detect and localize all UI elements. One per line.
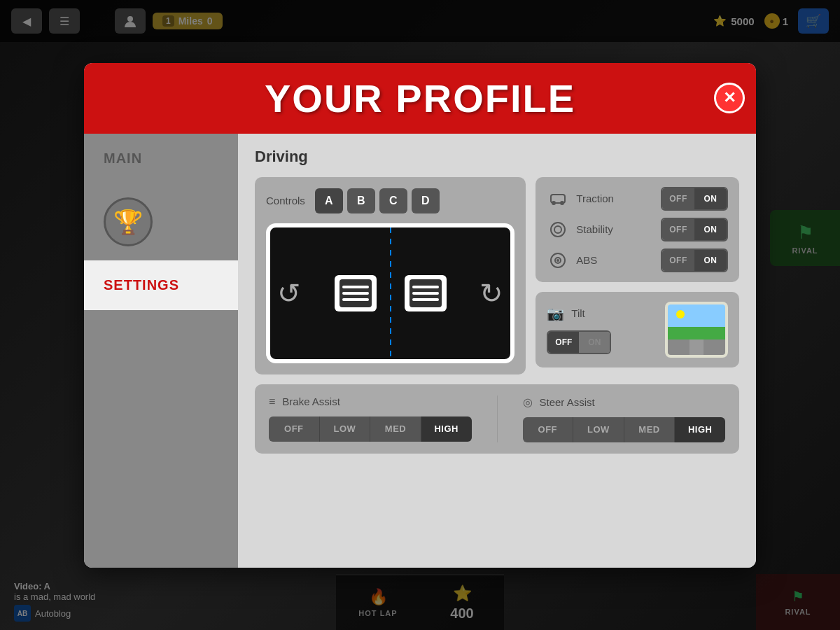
sidebar-trophy-area: 🏆: [84, 183, 238, 260]
modal-main-content: Driving Controls A B C D: [238, 134, 756, 568]
right-panel: Traction OFF ON: [536, 177, 739, 374]
steer-med-btn[interactable]: MED: [624, 417, 676, 442]
brake-med-btn[interactable]: MED: [370, 416, 421, 442]
section-title: Driving: [255, 148, 739, 166]
tablet-screen: [668, 304, 725, 355]
modal-header: YOUR PROFILE ✕: [84, 63, 756, 134]
steer-assist-label: Steer Assist: [540, 396, 595, 408]
tablet-sun: [676, 310, 685, 318]
bottom-assist-panel: ≡ Brake Assist OFF LOW MED HIGH: [255, 384, 739, 454]
assist-panel: Traction OFF ON: [536, 177, 739, 282]
profile-modal: YOUR PROFILE ✕ MAIN 🏆 SETTINGS Driving: [84, 63, 756, 568]
stability-row: Stability OFF ON: [547, 218, 728, 241]
control-btn-a[interactable]: A: [315, 188, 343, 214]
brake-assist-header: ≡ Brake Assist: [269, 396, 472, 408]
tilt-panel: 📷 Tilt OFF ON: [536, 292, 739, 368]
controls-header: Controls A B C D: [266, 188, 514, 214]
bottom-assists: ≡ Brake Assist OFF LOW MED HIGH: [269, 396, 725, 442]
traction-toggle: OFF ON: [661, 187, 728, 211]
tilt-on-btn[interactable]: ON: [579, 332, 610, 353]
abs-row: ABS OFF ON: [547, 248, 728, 272]
brake-assist-icon: ≡: [269, 396, 275, 408]
tablet-illustration: [665, 302, 728, 358]
svg-point-8: [557, 260, 559, 261]
traction-label: Traction: [576, 192, 654, 204]
brake-high-btn[interactable]: HIGH: [421, 416, 472, 442]
brake-low-btn[interactable]: LOW: [320, 416, 371, 442]
traction-off-btn[interactable]: OFF: [662, 188, 694, 209]
abs-off-btn[interactable]: OFF: [662, 250, 694, 271]
stability-icon: [547, 218, 569, 241]
modal-overlay: YOUR PROFILE ✕ MAIN 🏆 SETTINGS Driving: [0, 0, 840, 630]
svg-point-4: [551, 223, 565, 237]
modal-title: YOUR PROFILE: [265, 76, 575, 121]
stability-toggle: OFF ON: [661, 218, 728, 241]
stability-label: Stability: [576, 223, 654, 235]
tilt-header: 📷 Tilt: [547, 305, 657, 322]
tilt-off-btn[interactable]: OFF: [548, 332, 579, 353]
traction-icon: [547, 188, 569, 210]
brake-assist-label: Brake Assist: [282, 396, 340, 407]
vertical-divider: [497, 396, 498, 442]
steer-assist-section: ◎ Steer Assist OFF LOW MED HIGH: [523, 396, 726, 442]
abs-icon: [547, 249, 569, 272]
tablet-road: [690, 340, 704, 355]
sidebar-item-main[interactable]: MAIN: [84, 134, 238, 183]
brake-off-btn[interactable]: OFF: [269, 416, 320, 442]
controls-panel: Controls A B C D ↺: [255, 177, 526, 374]
driving-illustration: ↺: [266, 223, 514, 363]
sidebar-item-settings[interactable]: SETTINGS: [84, 260, 238, 310]
brake-assist-levels: OFF LOW MED HIGH: [269, 416, 472, 442]
tilt-left: 📷 Tilt OFF ON: [547, 305, 657, 354]
svg-point-5: [554, 226, 561, 233]
trophy-icon: 🏆: [104, 197, 153, 246]
brake-assist-section: ≡ Brake Assist OFF LOW MED HIGH: [269, 396, 472, 442]
abs-label: ABS: [576, 254, 654, 266]
svg-point-3: [560, 201, 564, 205]
steer-assist-header: ◎ Steer Assist: [523, 396, 726, 409]
control-btn-d[interactable]: D: [412, 188, 440, 214]
stability-on-btn[interactable]: ON: [694, 219, 727, 240]
abs-toggle: OFF ON: [661, 248, 728, 272]
traction-on-btn[interactable]: ON: [694, 188, 727, 209]
tilt-icon: 📷: [547, 305, 564, 322]
svg-point-2: [552, 201, 556, 205]
controls-buttons: A B C D: [315, 188, 440, 214]
steer-assist-icon: ◎: [523, 396, 533, 409]
arrow-right: ↻: [479, 277, 503, 309]
control-btn-b[interactable]: B: [347, 188, 375, 214]
stability-off-btn[interactable]: OFF: [662, 219, 694, 240]
steer-off-btn[interactable]: OFF: [523, 417, 574, 442]
close-button[interactable]: ✕: [714, 83, 745, 113]
right-pedal: [405, 275, 447, 312]
arrow-left: ↺: [277, 277, 301, 309]
steer-low-btn[interactable]: LOW: [573, 417, 624, 442]
traction-row: Traction OFF ON: [547, 187, 728, 211]
top-panels: Controls A B C D ↺: [255, 177, 739, 374]
steer-assist-levels: OFF LOW MED HIGH: [523, 417, 726, 442]
controls-label: Controls: [266, 195, 305, 206]
tilt-label: Tilt: [571, 307, 584, 319]
modal-sidebar: MAIN 🏆 SETTINGS: [84, 134, 238, 568]
control-btn-c[interactable]: C: [379, 188, 407, 214]
modal-body: MAIN 🏆 SETTINGS Driving Controls: [84, 134, 756, 568]
tilt-toggle: OFF ON: [547, 330, 611, 354]
abs-on-btn[interactable]: ON: [694, 250, 727, 271]
steer-high-btn[interactable]: HIGH: [675, 417, 725, 442]
left-pedal: [335, 275, 377, 312]
